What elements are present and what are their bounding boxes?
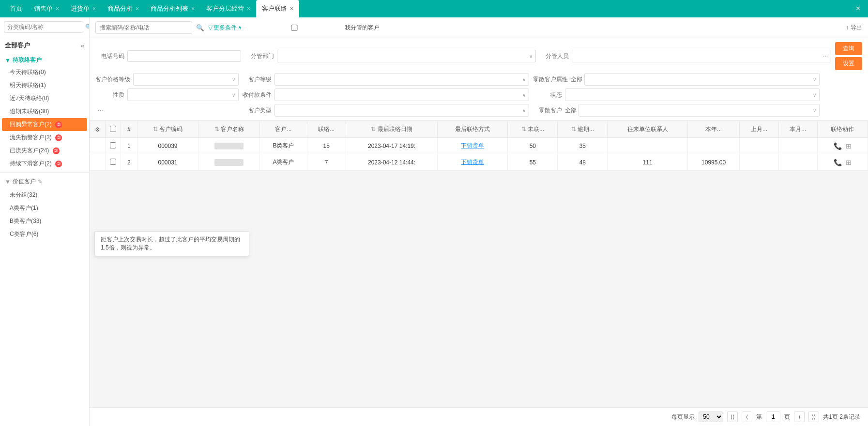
price-level-select[interactable]: ∨ [133, 73, 239, 86]
method-link-2[interactable]: 下销货单 [461, 159, 484, 165]
sidebar-pending-group[interactable]: ▼ 待联络客户 [0, 54, 89, 66]
sidebar-item-7days[interactable]: 近7天待联络(0) [0, 92, 89, 105]
nav-purchase[interactable]: 进货单 × [65, 0, 102, 17]
th-code[interactable]: ⇅ 客户编码 [137, 121, 198, 138]
nav-analysis-close[interactable]: × [136, 5, 139, 12]
payment-select[interactable]: ∨ [274, 88, 529, 101]
th-last-date[interactable]: ⇅ 最后联络日期 [346, 121, 438, 138]
dept-select[interactable]: ∨ [277, 50, 536, 62]
search-input[interactable] [95, 21, 192, 34]
prev-page-button[interactable]: ⟨ [742, 411, 752, 422]
query-button[interactable]: 查询 [835, 42, 862, 55]
sidebar-search-icon[interactable]: 🔍 [85, 24, 90, 30]
qr-icon-2[interactable]: ⊞ [846, 159, 852, 166]
sidebar-item-churned[interactable]: 已流失客户(24) ② [0, 144, 89, 157]
nav-customer-tier-close[interactable]: × [247, 5, 250, 12]
sidebar-collapse-icon[interactable]: « [81, 42, 84, 49]
nav-analysis-list-close[interactable]: × [191, 5, 195, 12]
filter-customer-level: 客户等级 ∨ [243, 73, 529, 86]
edit-icon[interactable]: ✎ [38, 178, 43, 185]
nav-sales[interactable]: 销售单 × [28, 0, 65, 17]
th-name[interactable]: ⇅ 客户名称 [198, 121, 260, 138]
td-name-1 [198, 138, 260, 154]
nav-customer-contact-close[interactable]: × [290, 5, 293, 12]
filter-icon: ▽ [208, 24, 213, 31]
my-customers-checkbox-label[interactable]: 我分管的客户 [246, 24, 380, 32]
next-page-button[interactable]: ⟩ [794, 411, 805, 422]
sidebar-item-class-a[interactable]: A类客户(1) [0, 202, 89, 215]
th-no-contact[interactable]: ⇅ 未联... [508, 121, 558, 138]
payment-label: 收付款条件 [243, 91, 272, 99]
close-all-tabs[interactable]: × [856, 4, 860, 13]
sidebar-item-class-c[interactable]: C类客户(6) [0, 228, 89, 241]
filter-more-dots[interactable]: ··· [95, 106, 106, 115]
retail-select[interactable]: ∨ [579, 104, 820, 117]
row2-checkbox[interactable] [110, 159, 116, 165]
retail-chevron-icon: ∨ [813, 108, 816, 113]
customer-table: ⚙ # ⇅ 客户编码 ⇅ 客户名称 [90, 121, 868, 171]
sidebar-item-churn-warning[interactable]: 流失预警客户(3) ② [0, 131, 89, 144]
th-settings[interactable]: ⚙ [90, 121, 106, 138]
filter-phone: 电话号码 [95, 50, 241, 62]
page-number-input[interactable] [766, 411, 780, 422]
td-settings-2 [90, 154, 106, 171]
sort-icon3: ⇅ [371, 126, 376, 132]
td-no-contact-1: 50 [508, 138, 558, 154]
dept-chevron-icon: ∨ [529, 54, 533, 59]
my-customers-checkbox[interactable] [246, 25, 343, 31]
phone-input[interactable] [127, 50, 241, 62]
nav-home[interactable]: 首页 [4, 0, 28, 17]
status-select[interactable]: ∨ [565, 88, 820, 101]
customer-level-select[interactable]: ∨ [274, 73, 529, 86]
th-overdue[interactable]: ⇅ 逾期... [558, 121, 608, 138]
table-row: 2 000031 A类客户 7 2023-04-12 14:44: 下销货单 5… [90, 154, 868, 171]
export-button[interactable]: ↑ 导出 [846, 24, 862, 32]
td-this-year-2: 10995.00 [687, 154, 740, 171]
th-this-month[interactable]: 本月... [778, 121, 817, 138]
settings-button[interactable]: 设置 [835, 57, 862, 70]
customer-type-select[interactable]: ∨ [274, 104, 529, 117]
select-all-checkbox[interactable] [110, 126, 116, 132]
nav-customer-contact[interactable]: 客户联络 × [256, 0, 299, 17]
td-last-method-1: 下销货单 [438, 138, 508, 154]
method-link-1[interactable]: 下销货单 [461, 142, 484, 149]
nav-purchase-close[interactable]: × [92, 5, 96, 12]
table-container[interactable]: ⚙ # ⇅ 客户编码 ⇅ 客户名称 [90, 121, 868, 171]
call-icon-2[interactable]: 📞 [834, 159, 842, 166]
per-page-select[interactable]: 50 10 20 100 [699, 411, 723, 422]
th-type[interactable]: 客户... [260, 121, 307, 138]
sort-icon2: ⇅ [214, 126, 219, 132]
first-page-button[interactable]: ⟨⟨ [727, 411, 738, 422]
nav-sales-close[interactable]: × [56, 5, 59, 12]
more-conditions-button[interactable]: ▽ 更多条件 ∧ [208, 24, 242, 32]
td-num-2: 2 [121, 154, 137, 171]
retail-attr-select[interactable]: ∨ [584, 73, 820, 86]
status-label: 状态 [533, 91, 562, 99]
customer-name-blurred-2 [214, 159, 244, 166]
sidebar-item-today[interactable]: 今天待联络(0) [0, 66, 89, 79]
sidebar-item-tomorrow[interactable]: 明天待联络(1) [0, 79, 89, 92]
th-last-month[interactable]: 上月... [740, 121, 778, 138]
manager-dots-icon: ··· [823, 53, 828, 59]
sidebar-item-repurchase-anomaly[interactable]: 回购异常客户(2) ② [2, 118, 87, 131]
gender-select[interactable]: ∨ [127, 88, 239, 101]
th-last-method[interactable]: 最后联络方式 [438, 121, 508, 138]
search-button[interactable]: 🔍 [196, 24, 204, 31]
payment-chevron-icon: ∨ [522, 92, 526, 98]
nav-analysis[interactable]: 商品分析 × [102, 0, 145, 17]
last-page-button[interactable]: ⟩⟩ [808, 411, 819, 422]
sidebar-value-group[interactable]: ▼ 价值客户 ✎ [0, 175, 89, 189]
sidebar-item-declining[interactable]: 持续下滑客户(2) ② [0, 157, 89, 170]
sidebar-item-class-b[interactable]: B类客户(33) [0, 215, 89, 228]
row1-checkbox[interactable] [110, 142, 116, 148]
sidebar-item-unclassified[interactable]: 未分组(32) [0, 189, 89, 202]
qr-icon-1[interactable]: ⊞ [846, 142, 852, 150]
nav-customer-tier[interactable]: 客户分层经营 × [200, 0, 256, 17]
sidebar-item-overdue[interactable]: 逾期未联络(30) [0, 105, 89, 118]
call-icon-1[interactable]: 📞 [834, 142, 842, 150]
manager-select[interactable]: ··· [572, 50, 831, 62]
nav-analysis-list[interactable]: 商品分析列表 × [145, 0, 200, 17]
th-contact[interactable]: 联络... [307, 121, 346, 138]
th-this-year[interactable]: 本年... [687, 121, 740, 138]
sidebar-search-input[interactable] [4, 21, 83, 33]
